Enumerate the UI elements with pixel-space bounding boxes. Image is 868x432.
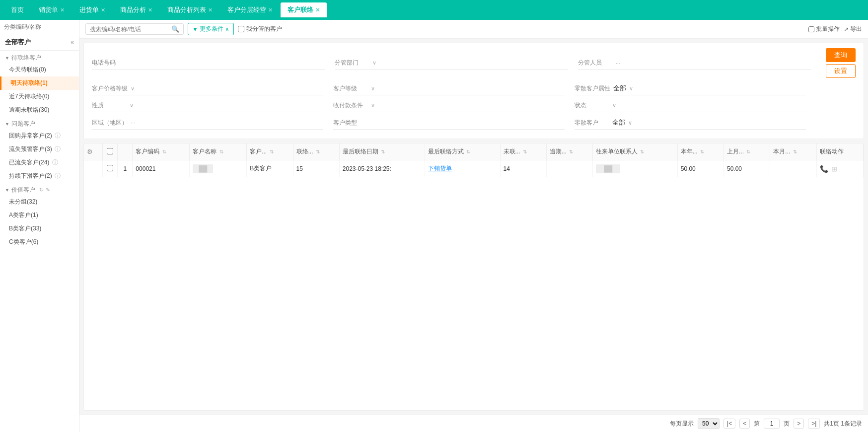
th-this-year: 本年... ⇅ <box>677 144 723 160</box>
my-customers-checkbox[interactable] <box>238 26 244 32</box>
sort-this-month-icon[interactable]: ⇅ <box>793 149 797 154</box>
main-layout: 🔍 全部客户 « 待联络客户 今天待联络(0) 明天待联络(1) 近7天待联络(… <box>0 20 868 432</box>
sidebar-item-class-b[interactable]: B类客户(33) <box>0 222 79 235</box>
sidebar-item-class-a[interactable]: A类客户(1) <box>0 209 79 222</box>
page-input[interactable] <box>764 419 780 429</box>
price-level-dropdown[interactable]: ∨ <box>131 85 135 92</box>
nature-dropdown[interactable]: ∨ <box>130 102 134 109</box>
th-this-month: 本月... ⇅ <box>770 144 816 160</box>
sidebar-search-input[interactable] <box>4 23 78 30</box>
filter-cell-dept: 分管部门 ∨ <box>335 57 568 70</box>
nav-item-sales[interactable]: 销货单 ✕ <box>32 2 72 17</box>
first-page-btn[interactable]: |< <box>723 419 735 429</box>
total-label: 共1页 1条记录 <box>824 420 862 428</box>
page-label: 第 <box>754 420 760 428</box>
next-page-btn[interactable]: > <box>794 419 804 429</box>
table-gear-icon[interactable]: ⚙ <box>87 148 93 155</box>
filter-customer-type-input[interactable] <box>371 119 565 126</box>
sort-not-contacted-icon[interactable]: ⇅ <box>523 149 527 154</box>
settings-btn[interactable]: 设置 <box>826 64 856 78</box>
value-edit-icon[interactable]: ✎ <box>46 187 50 193</box>
status-dropdown[interactable]: ∨ <box>612 102 616 109</box>
th-last-contact-method: 最后联络方式 ⇅ <box>425 144 500 160</box>
sidebar-item-repurchase-abnormal[interactable]: 回购异常客户(2) ⓘ <box>0 129 79 143</box>
sidebar-item-tomorrow[interactable]: 明天待联络(1) <box>0 76 79 90</box>
td-last-month: 50.00 <box>724 160 770 177</box>
retail-attr-dropdown[interactable]: ∨ <box>629 85 633 92</box>
sidebar-item-class-c[interactable]: C类客户(6) <box>0 235 79 249</box>
sort-name-icon[interactable]: ⇅ <box>219 149 223 154</box>
retail-dropdown[interactable]: ∨ <box>628 120 632 126</box>
close-analysis-icon[interactable]: ✕ <box>148 7 152 13</box>
td-action: 📞 ⊞ <box>816 160 863 177</box>
last-contact-method-link[interactable]: 下销货单 <box>428 165 452 172</box>
close-sales-icon[interactable]: ✕ <box>60 7 65 13</box>
filter-row-1: 电话号码 分管部门 ∨ 分管人员 ··· 查询 设置 <box>92 48 856 78</box>
phone-action-icon[interactable]: 📞 <box>820 165 828 173</box>
close-analysis-list-icon[interactable]: ✕ <box>208 7 213 13</box>
person-more-btn[interactable]: ··· <box>616 60 620 66</box>
sidebar-item-week7[interactable]: 近7天待联络(0) <box>0 90 79 103</box>
customer-level-dropdown[interactable]: ∨ <box>371 85 375 92</box>
qr-action-icon[interactable]: ⊞ <box>831 165 837 173</box>
nav-item-customer-segment[interactable]: 客户分层经营 ✕ <box>220 2 280 17</box>
td-last-contact-method[interactable]: 下销货单 <box>425 160 500 177</box>
th-not-contacted: 未联... ⇅ <box>500 144 546 160</box>
close-purchase-icon[interactable]: ✕ <box>101 7 105 13</box>
th-checkbox <box>103 144 118 160</box>
customers-table: ⚙ 客户编码 ⇅ 客户名称 ⇅ <box>84 144 864 177</box>
td-this-month <box>770 160 816 177</box>
select-all-checkbox[interactable] <box>107 148 113 154</box>
last-page-btn[interactable]: >| <box>808 419 820 429</box>
sort-method-icon[interactable]: ⇅ <box>466 149 470 154</box>
info-icon-lost-risk: ⓘ <box>55 145 61 152</box>
nav-item-analysis[interactable]: 商品分析 ✕ <box>113 2 159 17</box>
export-btn[interactable]: ↗ 导出 <box>844 25 862 33</box>
filter-label-retail-attr: 零散客户属性 <box>575 84 610 93</box>
sort-code-icon[interactable]: ⇅ <box>162 149 166 154</box>
sidebar-item-overdue[interactable]: 逾期未联络(30) <box>0 103 79 117</box>
bulk-action-btn[interactable]: 批量操作 <box>808 25 840 33</box>
sort-contact-icon[interactable]: ⇅ <box>316 149 320 154</box>
per-page-select[interactable]: 50 <box>698 418 720 429</box>
sort-date-icon[interactable]: ⇅ <box>381 149 385 154</box>
sidebar-item-ungrouped[interactable]: 未分组(32) <box>0 195 79 209</box>
row-checkbox[interactable] <box>107 165 113 171</box>
prev-page-btn[interactable]: < <box>739 419 750 429</box>
th-customer-type: 客户... ⇅ <box>247 144 293 160</box>
dept-dropdown-arrow[interactable]: ∨ <box>372 60 376 66</box>
my-customers-checkbox-area[interactable]: 我分管的客户 <box>238 25 282 33</box>
search-icon[interactable]: 🔍 <box>171 25 179 33</box>
filter-row-2: 客户价格等级 ∨ 客户等级 ∨ 零散客户属性 全部 ∨ <box>92 82 856 95</box>
nav-item-home[interactable]: 首页 <box>4 2 31 17</box>
close-customer-segment-icon[interactable]: ✕ <box>268 7 273 13</box>
sidebar-item-lost[interactable]: 已流失客户(24) ⓘ <box>0 156 79 169</box>
td-last-contact-date: 2023-05-23 18:25: <box>339 160 425 177</box>
sort-overdue-icon[interactable]: ⇅ <box>569 149 573 154</box>
filter-more-btn[interactable]: ▼ 更多条件 ∧ <box>188 23 234 35</box>
sidebar-item-lost-risk[interactable]: 流失预警客户(3) ⓘ <box>0 143 79 156</box>
sort-type-icon[interactable]: ⇅ <box>270 149 274 154</box>
nav-item-purchase[interactable]: 进货单 ✕ <box>72 2 112 17</box>
region-more-btn[interactable]: ··· <box>131 120 135 126</box>
filter-icon: ▼ <box>192 26 198 33</box>
filter-cell-nature: 性质 ∨ <box>92 99 323 112</box>
search-input[interactable] <box>90 26 169 33</box>
value-refresh-icon[interactable]: ↻ <box>39 187 44 193</box>
payment-dropdown[interactable]: ∨ <box>371 102 375 109</box>
nav-item-customer-contact[interactable]: 客户联络 ✕ <box>281 2 327 17</box>
sidebar-item-today[interactable]: 今天待联络(0) <box>0 63 79 76</box>
sidebar-collapse-btn[interactable]: « <box>71 39 74 46</box>
sort-this-year-icon[interactable]: ⇅ <box>700 149 704 154</box>
close-customer-contact-icon[interactable]: ✕ <box>315 7 320 13</box>
export-icon: ↗ <box>844 26 849 33</box>
filter-cell-customer-type: 客户类型 <box>333 117 565 130</box>
sort-contacts-icon[interactable]: ⇅ <box>640 149 644 154</box>
bulk-checkbox[interactable] <box>808 26 814 32</box>
sidebar-item-declining[interactable]: 持续下滑客户(2) ⓘ <box>0 169 79 183</box>
query-btn[interactable]: 查询 <box>826 48 856 62</box>
sort-last-month-icon[interactable]: ⇅ <box>746 149 750 154</box>
filter-phone-input[interactable] <box>130 60 325 67</box>
nav-item-analysis-list[interactable]: 商品分析列表 ✕ <box>160 2 219 17</box>
action-icons: 📞 ⊞ <box>820 165 860 173</box>
